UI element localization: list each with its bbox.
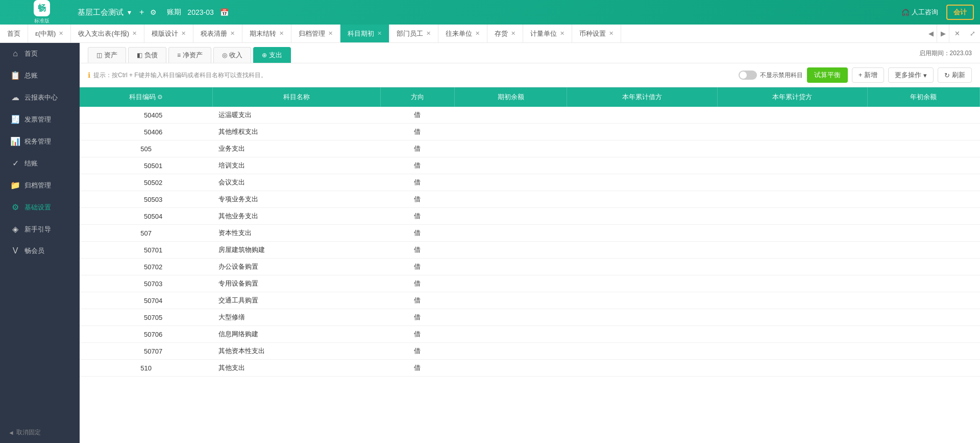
col-code: 科目编码 ⚙ <box>80 87 212 107</box>
table-row[interactable]: 50504 其他业务支出 借 <box>80 208 980 225</box>
table-row[interactable]: 50503 专项业务支出 借 <box>80 191 980 208</box>
tab-item-6[interactable]: 归档管理✕ <box>291 25 340 42</box>
cell-ytd-credit <box>717 174 867 191</box>
table-row[interactable]: 50706 信息网络购建 借 <box>80 326 980 343</box>
tab-close-icon[interactable]: ✕ <box>279 30 284 37</box>
cell-ytd-credit <box>717 141 867 157</box>
table-row[interactable]: 50701 房屋建筑物购建 借 <box>80 242 980 259</box>
tab-item-3[interactable]: 模版设计✕ <box>144 25 193 42</box>
cell-name: 其他业务支出 <box>212 208 380 225</box>
tab-prev-button[interactable]: ◀ <box>925 25 937 42</box>
tab-item-9[interactable]: 往来单位✕ <box>438 25 487 42</box>
sub-tab-label: 资产 <box>104 51 117 60</box>
sidebar-item-基础设置[interactable]: ⚙ 基础设置 <box>0 196 80 218</box>
tab-close-icon[interactable]: ✕ <box>328 30 333 37</box>
sub-tab-资产[interactable]: ◫ 资产 <box>88 47 126 63</box>
calendar-icon[interactable]: 📅 <box>220 8 229 16</box>
table-row[interactable]: 50406 其他维权支出 借 <box>80 124 980 141</box>
balance-button[interactable]: 试算平衡 <box>807 67 848 83</box>
sidebar-item-新手引导[interactable]: ◈ 新手引导 <box>0 218 80 240</box>
account-button[interactable]: 会计 <box>946 5 974 20</box>
tab-item-0[interactable]: 首页 <box>0 25 28 42</box>
cell-code: 50504 <box>80 208 212 225</box>
settings-icon[interactable]: ⚙ <box>150 8 157 16</box>
cell-opening-balance <box>455 309 567 326</box>
tab-next-button[interactable]: ▶ <box>937 25 949 42</box>
tab-close-all-button[interactable]: ✕ <box>949 25 965 42</box>
table-row[interactable]: 50705 大型修缮 借 <box>80 309 980 326</box>
sidebar-item-发票管理[interactable]: 🧾 发票管理 <box>0 108 80 130</box>
tab-close-icon[interactable]: ✕ <box>609 30 614 37</box>
sidebar-item-归档管理[interactable]: 📁 归档管理 <box>0 174 80 196</box>
table-row[interactable]: 50502 会议支出 借 <box>80 174 980 191</box>
cell-direction: 借 <box>380 326 455 343</box>
tab-close-icon[interactable]: ✕ <box>230 30 235 37</box>
cell-direction: 借 <box>380 174 455 191</box>
sidebar-item-总账[interactable]: 📋 总账 <box>0 64 80 86</box>
more-button[interactable]: 更多操作 ▾ <box>888 67 934 83</box>
tab-item-8[interactable]: 部门员工✕ <box>389 25 438 42</box>
tab-item-5[interactable]: 期末结转✕ <box>242 25 291 42</box>
col-name: 科目名称 <box>212 87 380 107</box>
tab-item-12[interactable]: 币种设置✕ <box>572 25 621 42</box>
table-row[interactable]: 50707 其他资本性支出 借 <box>80 343 980 360</box>
content-area: ◫ 资产◧ 负债≡ 净资产◎ 收入⊕ 支出 启用期间：2023.03 ℹ 提示：… <box>80 43 980 443</box>
add-tab-icon[interactable]: + <box>139 8 144 17</box>
tab-close-icon[interactable]: ✕ <box>511 30 516 37</box>
cell-ytd-credit <box>717 208 867 225</box>
tab-item-4[interactable]: 税表清册✕ <box>193 25 242 42</box>
table-row[interactable]: 50703 专用设备购置 借 <box>80 275 980 292</box>
tab-item-2[interactable]: 收入支出表(年报)✕ <box>71 25 144 42</box>
sidebar-item-结账[interactable]: ✓ 结账 <box>0 152 80 174</box>
cell-year-start-balance <box>867 157 979 174</box>
tab-close-icon[interactable]: ✕ <box>426 30 431 37</box>
table-row[interactable]: 50702 办公设备购置 借 <box>80 259 980 275</box>
tab-label: 往来单位 <box>446 29 472 38</box>
tab-close-icon[interactable]: ✕ <box>377 30 382 37</box>
tab-close-icon[interactable]: ✕ <box>475 30 480 37</box>
tab-close-icon[interactable]: ✕ <box>560 30 565 37</box>
tab-item-10[interactable]: 存货✕ <box>487 25 523 42</box>
table-row[interactable]: 50704 交通工具购置 借 <box>80 292 980 309</box>
sidebar-item-税务管理[interactable]: 📊 税务管理 <box>0 130 80 152</box>
table-row[interactable]: 50405 运温暖支出 借 <box>80 107 980 124</box>
hide-disabled-toggle[interactable] <box>739 71 757 80</box>
table-row[interactable]: 507 资本性支出 借 <box>80 225 980 242</box>
cell-ytd-debit <box>567 292 717 309</box>
sidebar-collapse-button[interactable]: ◄ 取消固定 <box>0 422 80 443</box>
sidebar-item-畅会员[interactable]: V 畅会员 <box>0 240 80 262</box>
sidebar-icon-3: 🧾 <box>10 114 20 124</box>
info-icon: ℹ <box>88 71 90 79</box>
tab-close-icon[interactable]: ✕ <box>132 30 137 37</box>
cell-opening-balance <box>455 292 567 309</box>
sidebar-item-首页[interactable]: ⌂ 首页 <box>0 43 80 64</box>
table-row[interactable]: 510 其他支出 借 <box>80 360 980 377</box>
table-row[interactable]: 50501 培训支出 借 <box>80 157 980 174</box>
tab-item-7[interactable]: 科目期初✕ <box>340 25 389 42</box>
tab-label: 期末结转 <box>250 29 276 38</box>
sub-tab-收入[interactable]: ◎ 收入 <box>213 47 251 63</box>
cell-code: 50501 <box>80 157 212 174</box>
sub-tab-支出[interactable]: ⊕ 支出 <box>253 47 291 63</box>
sidebar-item-云报表中心[interactable]: ☁ 云报表中心 <box>0 86 80 108</box>
cell-year-start-balance <box>867 124 979 141</box>
cell-name: 房屋建筑物购建 <box>212 242 380 259</box>
cell-direction: 借 <box>380 309 455 326</box>
tab-item-1[interactable]: ε(中期)✕ <box>28 25 71 42</box>
add-button[interactable]: + 新增 <box>852 67 884 83</box>
col-ytd-credit: 本年累计贷方 <box>717 87 867 107</box>
sub-tab-净资产[interactable]: ≡ 净资产 <box>168 47 211 63</box>
tab-close-icon[interactable]: ✕ <box>181 30 186 37</box>
support-button[interactable]: 🎧 人工咨询 <box>901 8 938 17</box>
column-settings-icon[interactable]: ⚙ <box>157 94 163 101</box>
tab-item-11[interactable]: 计量单位✕ <box>523 25 572 42</box>
sub-tab-负债[interactable]: ◧ 负债 <box>128 47 166 63</box>
cell-name: 专项业务支出 <box>212 191 380 208</box>
tab-close-icon[interactable]: ✕ <box>59 30 63 37</box>
tab-expand-button[interactable]: ⤢ <box>965 25 980 42</box>
cell-name: 大型修缮 <box>212 309 380 326</box>
company-dropdown-icon[interactable]: ▾ <box>128 8 131 16</box>
table-row[interactable]: 505 业务支出 借 <box>80 141 980 157</box>
col-opening-balance: 期初余额 <box>455 87 567 107</box>
refresh-button[interactable]: ↻ 刷新 <box>938 67 972 83</box>
